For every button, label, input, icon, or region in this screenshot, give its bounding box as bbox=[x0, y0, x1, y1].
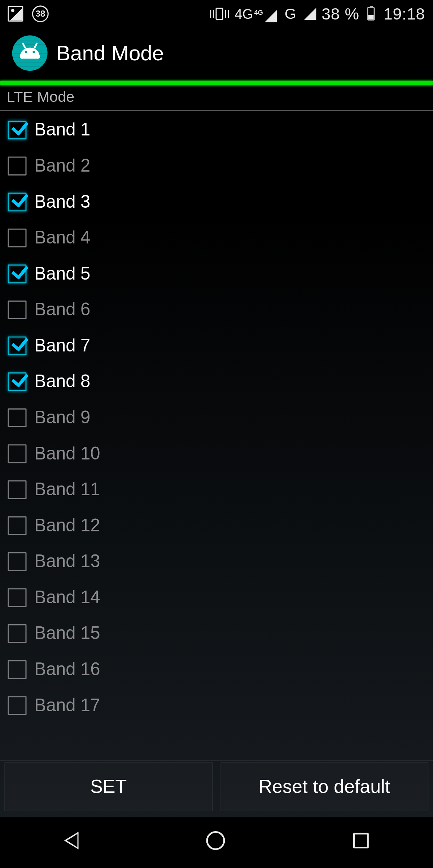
nav-back-button[interactable] bbox=[64, 832, 78, 850]
checkbox-unchecked-icon[interactable] bbox=[8, 516, 26, 535]
band-row[interactable]: Band 9 bbox=[0, 400, 433, 436]
checkbox-unchecked-icon[interactable] bbox=[8, 696, 26, 714]
checkbox-unchecked-icon[interactable] bbox=[8, 588, 26, 607]
band-label: Band 15 bbox=[34, 623, 100, 644]
battery-icon bbox=[367, 7, 375, 21]
band-row[interactable]: Band 3 bbox=[0, 184, 433, 220]
band-label: Band 12 bbox=[34, 515, 100, 536]
signal-g-label: G bbox=[285, 5, 296, 22]
checkbox-unchecked-icon[interactable] bbox=[8, 444, 26, 463]
clock: 19:18 bbox=[384, 5, 425, 23]
checkbox-unchecked-icon[interactable] bbox=[8, 408, 26, 427]
band-label: Band 6 bbox=[34, 299, 90, 320]
checkbox-unchecked-icon[interactable] bbox=[8, 552, 26, 571]
band-label: Band 11 bbox=[34, 479, 100, 500]
checkbox-checked-icon[interactable] bbox=[8, 372, 26, 391]
band-row[interactable]: Band 15 bbox=[0, 616, 433, 652]
band-label: Band 5 bbox=[34, 263, 90, 284]
app-icon bbox=[12, 35, 48, 71]
band-label: Band 9 bbox=[34, 407, 90, 428]
band-row[interactable]: Band 12 bbox=[0, 508, 433, 544]
band-row[interactable]: Band 14 bbox=[0, 579, 433, 616]
accent-divider bbox=[0, 81, 433, 85]
app-bar: Band Mode bbox=[0, 28, 433, 81]
band-label: Band 1 bbox=[34, 120, 90, 140]
nav-home-button[interactable] bbox=[206, 831, 225, 850]
band-label: Band 2 bbox=[34, 155, 90, 176]
band-row[interactable]: Band 6 bbox=[0, 292, 433, 328]
checkbox-unchecked-icon[interactable] bbox=[8, 660, 26, 679]
band-label: Band 10 bbox=[34, 443, 100, 464]
checkbox-unchecked-icon[interactable] bbox=[8, 228, 26, 247]
band-row[interactable]: Band 5 bbox=[0, 256, 433, 292]
checkbox-unchecked-icon[interactable] bbox=[8, 300, 26, 319]
button-bar: SET Reset to default bbox=[0, 760, 433, 817]
checkbox-checked-icon[interactable] bbox=[8, 192, 26, 211]
band-label: Band 13 bbox=[34, 551, 100, 572]
gallery-notif-icon bbox=[8, 6, 23, 22]
download-count: 38 bbox=[35, 9, 45, 19]
band-row[interactable]: Band 16 bbox=[0, 651, 433, 687]
checkbox-unchecked-icon[interactable] bbox=[8, 156, 26, 175]
band-label: Band 4 bbox=[34, 228, 90, 248]
band-label: Band 7 bbox=[34, 335, 90, 356]
band-row[interactable]: Band 11 bbox=[0, 471, 433, 508]
section-header-lte: LTE Mode bbox=[0, 85, 433, 111]
system-nav-bar bbox=[0, 817, 433, 864]
band-label: Band 17 bbox=[34, 695, 100, 716]
checkbox-unchecked-icon[interactable] bbox=[8, 480, 26, 499]
band-label: Band 16 bbox=[34, 659, 100, 680]
checkbox-checked-icon[interactable] bbox=[8, 336, 26, 355]
status-bar: 38 4G 4G G 38 % 19:18 bbox=[0, 0, 433, 28]
band-label: Band 14 bbox=[34, 587, 100, 608]
band-label: Band 3 bbox=[34, 191, 90, 212]
band-row[interactable]: Band 7 bbox=[0, 328, 433, 364]
battery-percent: 38 % bbox=[322, 5, 359, 23]
checkbox-checked-icon[interactable] bbox=[8, 264, 26, 283]
band-row[interactable]: Band 2 bbox=[0, 148, 433, 184]
checkbox-checked-icon[interactable] bbox=[8, 120, 26, 139]
nav-recent-button[interactable] bbox=[353, 833, 369, 848]
band-row[interactable]: Band 8 bbox=[0, 364, 433, 400]
signal-g-icon bbox=[304, 8, 316, 20]
vibrate-icon bbox=[210, 8, 229, 20]
band-label: Band 8 bbox=[34, 371, 90, 392]
band-row[interactable]: Band 1 bbox=[0, 112, 433, 148]
band-row[interactable]: Band 4 bbox=[0, 220, 433, 256]
band-row[interactable]: Band 13 bbox=[0, 543, 433, 579]
band-list[interactable]: Band 1Band 2Band 3Band 4Band 5Band 6Band… bbox=[0, 111, 433, 760]
signal-4g-icon: 4G 4G bbox=[235, 6, 277, 22]
download-count-badge: 38 bbox=[32, 5, 49, 22]
set-button[interactable]: SET bbox=[4, 762, 213, 811]
reset-button[interactable]: Reset to default bbox=[220, 762, 429, 811]
band-row[interactable]: Band 10 bbox=[0, 436, 433, 472]
checkbox-unchecked-icon[interactable] bbox=[8, 624, 26, 643]
band-row[interactable]: Band 17 bbox=[0, 687, 433, 724]
page-title: Band Mode bbox=[56, 41, 164, 65]
